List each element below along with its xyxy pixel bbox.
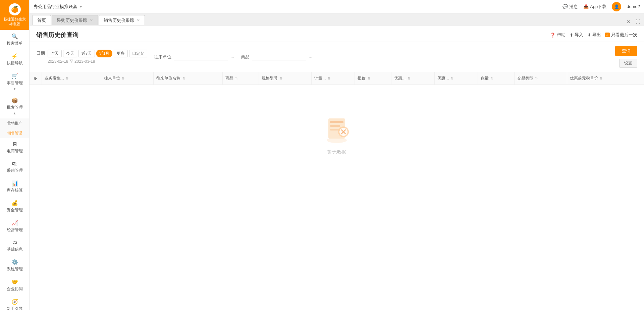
user-avatar[interactable]: 👤	[612, 2, 621, 11]
help-btn[interactable]: ❓ 帮助	[550, 32, 566, 38]
counterparty-label: 往来单位	[154, 54, 171, 60]
svg-rect-3	[330, 125, 340, 127]
sort-icon: ⇅	[408, 76, 410, 80]
sidebar-item-finance[interactable]: 💰 资金管理	[0, 197, 29, 216]
tab-sales-history[interactable]: 销售历史价跟踪 ✕	[99, 15, 145, 25]
sidebar-item-enterprise[interactable]: 🤝 企业协同	[0, 275, 29, 295]
sidebar-item-search[interactable]: 🔍 搜索菜单	[0, 30, 29, 50]
col-settings[interactable]: ⚙	[30, 72, 42, 85]
wholesale-icon: 📦	[11, 97, 18, 104]
col-quantity[interactable]: 数量 ⇅	[478, 72, 515, 85]
sidebar-item-guide[interactable]: 🧭 新手引导	[0, 295, 29, 310]
svg-rect-2	[330, 121, 343, 123]
col-unit[interactable]: 计量... ⇅	[312, 72, 355, 85]
sidebar-item-purchase[interactable]: 🛍 采购管理	[0, 157, 29, 177]
export-btn[interactable]: ⬇ 导出	[587, 32, 601, 38]
message-btn[interactable]: 💬 消息	[562, 4, 578, 10]
sidebar-item-label: 搜索菜单	[7, 41, 23, 46]
sort-icon: ⇅	[280, 76, 282, 80]
sort-icon: ⇅	[182, 76, 185, 80]
col-spec[interactable]: 规格型号 ⇅	[259, 72, 312, 85]
sidebar-item-operation[interactable]: 📈 经营管理	[0, 216, 29, 236]
sidebar-item-label: 采购管理	[7, 168, 23, 173]
table-header-row: ⚙ 业务发生... ⇅ 往来单位 ⇅ 往来单位名称 ⇅	[30, 72, 644, 85]
chevron-up-icon: ▲	[13, 111, 16, 115]
logo: 🍊 畅捷通好生意 标准版	[0, 0, 29, 30]
date-btn-today[interactable]: 今天	[63, 50, 77, 57]
sidebar-item-inventory[interactable]: 📊 库存核算	[0, 177, 29, 197]
topbar-title: 办公用品行业模拟账套	[34, 4, 77, 10]
sidebar-item-label: 批发管理	[7, 105, 23, 110]
col-counterparty-name[interactable]: 往来单位名称 ⇅	[154, 72, 222, 85]
tab-home[interactable]: 首页	[32, 15, 51, 25]
topbar-left: 办公用品行业模拟账套 ▾	[34, 4, 85, 10]
message-icon: 💬	[562, 4, 568, 9]
sidebar-item-retail[interactable]: 🛒 零售管理 ▼	[0, 69, 29, 94]
sort-icon: ⇅	[66, 76, 68, 80]
wholesale-submenu: 营销推广 销售管理	[0, 118, 29, 138]
tabbar: 首页 采购历史价跟踪 ✕ 销售历史价跟踪 ✕ ✕ ⛶	[30, 13, 644, 25]
quicknav-icon: ⚡	[11, 53, 18, 59]
product-dots[interactable]: ···	[309, 54, 312, 59]
purchase-icon: 🛍	[12, 161, 17, 167]
import-icon: ⬆	[570, 33, 573, 38]
date-btn-1month[interactable]: 近1月	[96, 50, 113, 57]
dropdown-icon[interactable]: ▾	[80, 4, 85, 9]
tab-home-label: 首页	[37, 17, 46, 23]
sidebar-item-label: 资金管理	[7, 207, 23, 213]
import-btn[interactable]: ⬆ 导入	[570, 32, 583, 38]
ecommerce-icon: 🖥	[12, 141, 17, 147]
help-icon: ❓	[550, 33, 555, 38]
product-label: 商品	[241, 54, 250, 60]
page-actions: ❓ 帮助 ⬆ 导入 ⬇ 导出 只看最后一次	[550, 32, 637, 38]
topbar: 办公用品行业模拟账套 ▾ 💬 消息 📥 App下载 👤 demo2	[30, 0, 644, 13]
tab-purchase-close[interactable]: ✕	[90, 18, 93, 22]
sidebar-item-quicknav[interactable]: ⚡ 快捷导航	[0, 50, 29, 69]
col-business-date[interactable]: 业务发生... ⇅	[42, 72, 101, 85]
tab-close-all-btn[interactable]: ✕	[625, 18, 632, 25]
page-title: 销售历史价查询	[36, 31, 78, 39]
col-product[interactable]: 商品 ⇅	[222, 72, 259, 85]
tab-sales-label: 销售历史价跟踪	[104, 17, 134, 23]
date-btn-custom[interactable]: 自定义	[129, 50, 147, 57]
sidebar: 🍊 畅捷通好生意 标准版 🔍 搜索菜单 ⚡ 快捷导航 🛒 零售管理 ▼ 📦 批发…	[0, 0, 30, 310]
guide-icon: 🧭	[11, 299, 18, 305]
page-header: 销售历史价查询 ❓ 帮助 ⬆ 导入 ⬇ 导出 只看最后一次	[30, 25, 644, 42]
app-download-btn[interactable]: 📥 App下载	[583, 4, 606, 10]
sidebar-item-system[interactable]: ⚙️ 系统管理	[0, 256, 29, 275]
filter-row: 日期 昨天 今天 近7天 近1月 更多 自定义 2023-02-18 至 202…	[30, 42, 644, 72]
sidebar-item-sales-mgmt[interactable]: 销售管理	[0, 128, 29, 138]
only-last-checkbox-label[interactable]: 只看最后一次	[605, 32, 637, 38]
tab-maximize-btn[interactable]: ⛶	[635, 18, 641, 25]
col-quote-price[interactable]: 报价 ⇅	[355, 72, 391, 85]
date-filter-group: 日期 昨天 今天 近7天 近1月 更多 自定义 2023-02-18 至 202…	[36, 50, 147, 64]
col-trade-type[interactable]: 交易类型 ⇅	[514, 72, 567, 85]
sidebar-item-basic[interactable]: 🗂 基础信息	[0, 236, 29, 256]
sidebar-item-marketing[interactable]: 营销推广	[0, 118, 29, 128]
col-discount1[interactable]: 优惠... ⇅	[391, 72, 435, 85]
main-area: 办公用品行业模拟账套 ▾ 💬 消息 📥 App下载 👤 demo2 首页 采购历…	[30, 0, 644, 310]
counterparty-input[interactable]	[174, 54, 228, 60]
tab-purchase-history[interactable]: 采购历史价跟踪 ✕	[52, 15, 98, 25]
product-input[interactable]	[252, 54, 306, 60]
data-table: ⚙ 业务发生... ⇅ 往来单位 ⇅ 往来单位名称 ⇅	[30, 72, 644, 85]
date-btn-7days[interactable]: 近7天	[78, 50, 95, 57]
tab-sales-close[interactable]: ✕	[137, 18, 140, 22]
user-name[interactable]: demo2	[627, 4, 640, 9]
date-btn-more[interactable]: 更多	[114, 50, 128, 57]
sidebar-item-ecommerce[interactable]: 🖥 电商管理	[0, 138, 29, 157]
marketing-label: 营销推广	[7, 121, 22, 126]
tab-actions: ✕ ⛶	[625, 18, 644, 25]
col-counterparty-id[interactable]: 往来单位 ⇅	[101, 72, 154, 85]
date-btn-yesterday[interactable]: 昨天	[48, 50, 62, 57]
counterparty-dots[interactable]: ···	[230, 54, 234, 59]
settings-btn[interactable]: 设置	[619, 59, 637, 68]
col-discount2[interactable]: 优惠... ⇅	[435, 72, 478, 85]
col-pretax-price[interactable]: 优惠前无税单价 ⇅	[567, 72, 644, 85]
only-last-checkbox[interactable]	[605, 33, 610, 37]
query-btn[interactable]: 查询	[615, 46, 637, 56]
sidebar-item-wholesale[interactable]: 📦 批发管理 ▲	[0, 94, 29, 118]
download-icon: 📥	[583, 4, 589, 9]
operation-icon: 📈	[11, 220, 18, 226]
basic-icon: 🗂	[12, 240, 17, 246]
